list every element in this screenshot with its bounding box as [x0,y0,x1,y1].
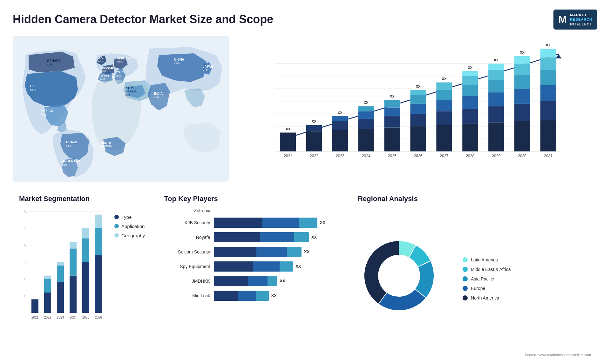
legend-dot [114,233,119,238]
regional-dot [463,257,468,262]
svg-text:BRAZIL: BRAZIL [66,140,78,144]
svg-rect-92 [488,92,504,106]
svg-text:20: 20 [24,277,28,281]
svg-rect-79 [436,82,452,90]
svg-rect-128 [31,299,38,313]
svg-rect-106 [540,120,556,152]
player-bar-segment [256,291,268,301]
svg-rect-108 [540,85,556,101]
player-name: JMDHKK [164,279,210,284]
regional-legend-item: Asia Pacific [463,276,511,281]
regional-legend-item: Middle East & Africa [463,267,511,272]
svg-rect-62 [384,127,400,151]
player-bar-segment [294,232,309,242]
page-header: Hidden Camera Detector Market Size and S… [13,10,597,30]
svg-text:xx%: xx% [117,60,122,63]
svg-rect-71 [410,95,426,104]
player-row: Spy EquipmentXX [164,261,336,272]
svg-rect-82 [462,124,478,152]
svg-text:50: 50 [24,226,28,230]
svg-rect-93 [488,80,504,92]
svg-text:2024: 2024 [362,154,370,158]
svg-rect-47 [306,131,322,151]
svg-text:2023: 2023 [336,154,344,158]
svg-rect-100 [514,89,530,104]
svg-rect-107 [540,101,556,120]
player-name: Noyafa [164,235,210,240]
svg-rect-58 [358,111,374,119]
player-bar-segment [260,232,294,242]
player-bar-segment [299,218,317,228]
world-map-svg: CANADA xx% U.S. xx% MEXICO xx% BRAZIL xx… [13,36,229,182]
svg-rect-148 [95,215,102,228]
donut-svg [358,231,447,320]
player-bar-wrap: XX [214,261,336,272]
svg-rect-138 [70,276,77,313]
regional-dot [463,295,468,300]
svg-text:2026: 2026 [414,154,423,158]
player-bar-segment [253,261,280,272]
svg-rect-98 [514,121,530,152]
player-bar-wrap: XX [214,218,336,228]
svg-rect-77 [436,100,452,111]
svg-text:U.S.: U.S. [30,84,37,88]
player-bar-wrap: XX [214,232,336,242]
seg-legend-item: Type [114,214,145,220]
svg-text:xx%: xx% [101,70,106,72]
svg-rect-57 [358,119,374,129]
player-bar-segment [214,232,260,242]
player-bar-segment [214,218,262,228]
regional-legend-item: Europe [463,286,511,291]
svg-rect-70 [410,104,426,114]
segmentation-title: Market Segmentation [19,195,145,203]
svg-text:XX: XX [520,51,525,54]
player-row: Zetronix [164,208,336,213]
regional-dot [463,286,468,291]
svg-rect-90 [488,123,504,152]
svg-rect-130 [44,293,51,313]
page-title: Hidden Camera Detector Market Size and S… [13,13,273,26]
player-bar-segment [214,291,238,301]
svg-rect-75 [436,125,452,152]
regional-dot [463,276,468,281]
svg-text:2031: 2031 [544,154,552,158]
regional-dot [463,267,468,272]
svg-text:xx%: xx% [154,96,159,99]
svg-text:2021: 2021 [284,154,292,158]
svg-text:2029: 2029 [492,154,500,158]
regional-label: Europe [471,286,485,291]
svg-rect-64 [384,107,400,116]
player-bar [214,276,277,286]
player-bar-segment [262,218,299,228]
seg-chart-area: 0102030405060202120222023202420252026 Ty… [19,208,145,324]
svg-text:xx%: xx% [174,62,180,65]
regional-title: Regional Analysis [358,195,591,203]
svg-rect-99 [514,104,530,121]
svg-text:xx%: xx% [66,144,71,147]
bar-chart-container: XX2021XX2022XX2023XX2024XX2025XX2026XX20… [238,36,597,182]
regional-label: North America [471,295,499,300]
seg-legend-item: Geography [114,233,145,238]
svg-rect-69 [410,114,426,126]
svg-text:xx%: xx% [116,74,121,77]
player-xx-label: XX [271,293,277,298]
svg-rect-131 [44,279,51,293]
player-bar [214,261,293,272]
svg-rect-48 [306,125,322,131]
player-bar [214,218,317,228]
legend-label: Application [121,224,145,229]
svg-text:GERMANY: GERMANY [117,57,132,60]
svg-text:INDIA: INDIA [154,92,163,95]
player-bar-segment [214,276,248,286]
svg-rect-103 [514,56,530,64]
svg-rect-101 [514,75,530,89]
svg-text:10: 10 [24,294,28,298]
legend-dot [114,215,119,219]
player-row: Selcom SecurityXX [164,247,336,257]
svg-rect-76 [436,111,452,125]
donut-segment [364,241,399,304]
svg-rect-142 [82,262,89,313]
player-bar [214,247,302,257]
svg-text:2022: 2022 [44,316,51,319]
player-xx-label: XX [295,264,301,269]
